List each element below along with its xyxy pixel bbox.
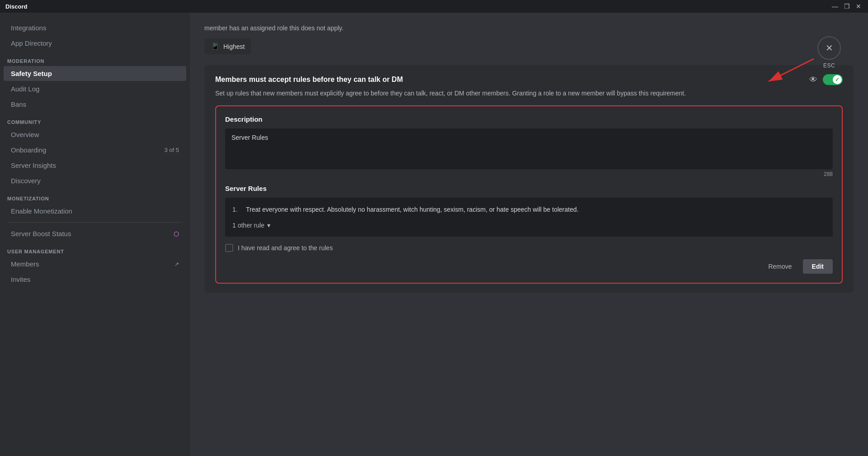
char-count: 288 xyxy=(225,171,833,177)
preview-button[interactable]: 👁 xyxy=(809,75,817,85)
titlebar: Discord — ❐ ✕ xyxy=(0,0,868,13)
sidebar-item-bans[interactable]: Bans xyxy=(4,97,186,112)
sidebar-item-label: Discovery xyxy=(11,177,41,185)
sidebar-item-label: Server Insights xyxy=(11,162,56,169)
main-content: member has an assigned role this does no… xyxy=(190,13,868,456)
sidebar-item-server-insights[interactable]: Server Insights xyxy=(4,158,186,173)
other-rules-dropdown[interactable]: 1 other rule ▾ xyxy=(232,222,270,229)
app-title: Discord xyxy=(5,3,27,10)
close-button[interactable]: ✕ xyxy=(854,2,863,10)
checkbox-label: I have read and agree to the rules xyxy=(238,244,333,252)
sidebar-item-label: Server Boost Status xyxy=(11,230,71,238)
sidebar-item-integrations[interactable]: Integrations xyxy=(4,20,186,35)
rule-number: 1. xyxy=(232,205,241,214)
sidebar-item-label: Bans xyxy=(11,100,26,108)
sidebar-item-label: Invites xyxy=(11,276,30,283)
checkbox-row: I have read and agree to the rules xyxy=(225,244,833,252)
description-input[interactable]: Server Rules xyxy=(225,128,833,169)
section-label-community: COMMUNITY xyxy=(0,112,190,127)
sidebar-item-label: Members xyxy=(11,260,39,268)
external-link-icon: ↗ xyxy=(175,261,179,267)
divider xyxy=(7,222,183,223)
rules-card: Description Server Rules 288 Server Rule… xyxy=(215,105,843,284)
sidebar-item-label: App Directory xyxy=(11,39,52,47)
window-controls: — ❐ ✕ xyxy=(831,2,863,10)
esc-label: ESC xyxy=(823,62,835,69)
card-actions: Remove Edit xyxy=(225,259,833,274)
rules-section-title: Server Rules xyxy=(225,185,833,192)
close-icon: ✕ xyxy=(826,43,833,53)
maximize-button[interactable]: ❐ xyxy=(843,2,851,10)
rule-text: Treat everyone with respect. Absolutely … xyxy=(246,205,579,214)
highest-pill: 📱 Highest xyxy=(204,38,251,54)
sidebar-item-audit-log[interactable]: Audit Log xyxy=(4,81,186,96)
rules-list-box: 1. Treat everyone with respect. Absolute… xyxy=(225,198,833,237)
feature-controls: 👁 xyxy=(809,74,843,85)
sidebar: Integrations App Directory MODERATION Sa… xyxy=(0,13,190,456)
description-value: Server Rules xyxy=(231,134,268,141)
boost-icon: ⬡ xyxy=(174,230,179,238)
feature-title: Members must accept rules before they ca… xyxy=(215,76,403,84)
description-section-title: Description xyxy=(225,115,833,123)
sidebar-item-label: Integrations xyxy=(11,24,46,32)
eye-icon: 👁 xyxy=(809,75,817,85)
section-label-user-management: USER MANAGEMENT xyxy=(0,242,190,256)
toggle-knob xyxy=(833,75,842,84)
chevron-down-icon: ▾ xyxy=(267,222,270,229)
sidebar-item-onboarding[interactable]: Onboarding 3 of 5 xyxy=(4,142,186,157)
edit-button[interactable]: Edit xyxy=(803,259,833,274)
feature-row: Members must accept rules before they ca… xyxy=(204,65,854,293)
feature-toggle[interactable] xyxy=(823,74,843,85)
agree-checkbox[interactable] xyxy=(225,244,233,252)
sidebar-item-app-directory[interactable]: App Directory xyxy=(4,36,186,51)
rule-item: 1. Treat everyone with respect. Absolute… xyxy=(232,205,826,214)
highest-pill-label: Highest xyxy=(223,43,245,50)
top-section: member has an assigned role this does no… xyxy=(204,24,854,54)
sidebar-item-invites[interactable]: Invites xyxy=(4,272,186,287)
sidebar-item-label: Onboarding xyxy=(11,146,46,154)
main-layout: Integrations App Directory MODERATION Sa… xyxy=(0,13,868,456)
sidebar-item-label: Overview xyxy=(11,131,39,138)
sidebar-item-safety-setup[interactable]: Safety Setup xyxy=(4,66,186,81)
remove-button[interactable]: Remove xyxy=(763,259,797,274)
sidebar-item-label: Audit Log xyxy=(11,85,39,93)
feature-description: Set up rules that new members must expli… xyxy=(215,89,843,98)
sidebar-item-label: Enable Monetization xyxy=(11,207,72,215)
minimize-button[interactable]: — xyxy=(831,2,839,10)
esc-area: ✕ ESC xyxy=(817,36,841,69)
other-rules-label: 1 other rule xyxy=(232,222,264,229)
sidebar-item-discovery[interactable]: Discovery xyxy=(4,173,186,188)
section-label-moderation: MODERATION xyxy=(0,51,190,66)
sidebar-item-members[interactable]: Members ↗ xyxy=(4,256,186,271)
section-label-monetization: MONETIZATION xyxy=(0,189,190,203)
sidebar-item-label: Safety Setup xyxy=(11,70,52,77)
esc-button[interactable]: ✕ xyxy=(817,36,841,60)
feature-header: Members must accept rules before they ca… xyxy=(215,74,843,85)
top-description-text: member has an assigned role this does no… xyxy=(204,24,854,33)
sidebar-item-server-boost-status[interactable]: Server Boost Status ⬡ xyxy=(4,226,186,241)
sidebar-item-enable-monetization[interactable]: Enable Monetization xyxy=(4,204,186,218)
phone-icon: 📱 xyxy=(211,42,220,51)
onboarding-badge: 3 of 5 xyxy=(164,147,179,153)
sidebar-item-overview[interactable]: Overview xyxy=(4,127,186,142)
